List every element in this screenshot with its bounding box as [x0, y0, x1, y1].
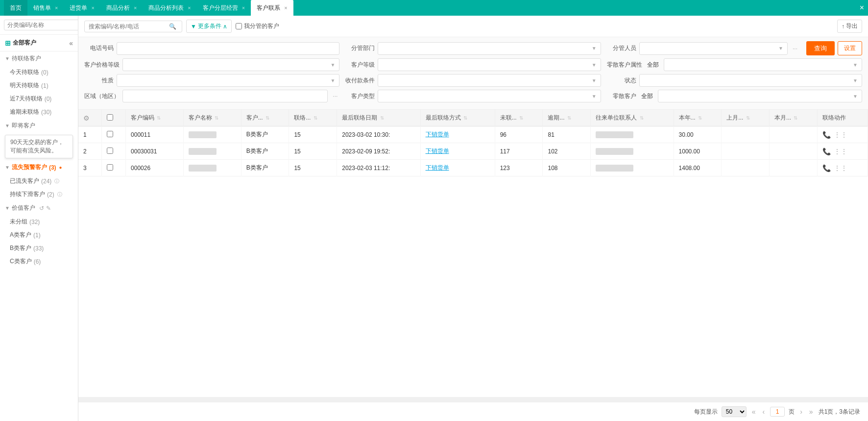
close-tab-purchase[interactable]: × — [91, 5, 94, 11]
last-method-sort-icon[interactable]: ⇅ — [463, 115, 467, 121]
table-settings-gear-icon[interactable]: ⚙ — [83, 114, 90, 122]
filter-search-icon[interactable]: 🔍 — [169, 23, 176, 30]
contact-person-sort-icon[interactable]: ⇅ — [640, 115, 644, 121]
phone-input[interactable] — [117, 42, 339, 55]
sidebar-item-tomorrow[interactable]: 明天待联络 (1) — [0, 79, 78, 92]
row-contact: 15 — [289, 160, 337, 176]
row-action-phone-icon[interactable]: 📞 — [822, 164, 831, 172]
window-close-button[interactable]: × — [860, 3, 864, 12]
person-more-button[interactable]: ··· — [791, 45, 799, 52]
tab-customer-contact[interactable]: 客户联系 × — [251, 0, 293, 16]
filter-search-input[interactable] — [89, 23, 167, 30]
person-select[interactable]: ▼ — [639, 42, 788, 55]
sidebar-item-class-a[interactable]: A类客户 (1) — [0, 228, 78, 242]
region-more-button[interactable]: ··· — [331, 93, 339, 99]
sidebar-collapse-icon[interactable]: « — [69, 39, 73, 47]
contact-sort-icon[interactable]: ⇅ — [313, 115, 317, 121]
sidebar-item-today[interactable]: 今天待联络 (0) — [0, 66, 78, 79]
customer-type-select[interactable]: ▼ — [378, 90, 601, 102]
close-tab-goods-analysis-list[interactable]: × — [188, 5, 191, 11]
value-refresh-icon[interactable]: ↺ — [39, 205, 44, 212]
row-action-more-icon[interactable]: ⋮⋮ — [834, 164, 847, 172]
tab-home[interactable]: 首页 — [4, 0, 27, 16]
settings-button[interactable]: 设置 — [838, 41, 862, 55]
sidebar-search-input[interactable] — [4, 20, 78, 30]
my-customers-checkbox-label[interactable]: 我分管的客户 — [236, 22, 279, 30]
value-edit-icon[interactable]: ✎ — [46, 205, 51, 212]
this-month-sort-icon[interactable]: ⇅ — [794, 115, 797, 121]
more-conditions-button[interactable]: ▼ 更多条件 ∧ — [186, 20, 232, 33]
tab-sales[interactable]: 销售单 × — [27, 0, 64, 16]
code-sort-icon[interactable]: ⇅ — [157, 115, 161, 121]
table-horizontal-scrollbar[interactable] — [78, 397, 868, 402]
sidebar-item-ungrouped[interactable]: 未分组 (32) — [0, 215, 78, 228]
scatter-attr-value: 全部 — [647, 61, 659, 69]
my-customers-checkbox[interactable] — [236, 23, 242, 29]
row-not-contacted: 117 — [495, 143, 543, 160]
sidebar-item-declining[interactable]: 持续下滑客户 (2) ⓘ — [0, 188, 78, 201]
not-contacted-sort-icon[interactable]: ⇅ — [519, 115, 523, 121]
last-method-link[interactable]: 下销货单 — [426, 131, 449, 138]
tab-goods-analysis[interactable]: 商品分析 × — [100, 0, 143, 16]
overdue-sort-icon[interactable]: ⇅ — [567, 115, 571, 121]
lost-info-icon[interactable]: ⓘ — [54, 178, 59, 185]
row-action-phone-icon[interactable]: 📞 — [822, 131, 831, 139]
name-sort-icon[interactable]: ⇅ — [215, 115, 218, 121]
status-select[interactable]: ▼ — [639, 74, 862, 87]
tab-customer-tier[interactable]: 客户分层经营 × — [197, 0, 251, 16]
sidebar-item-week[interactable]: 近7天待联络 (0) — [0, 92, 78, 105]
customer-level-select[interactable]: ▼ — [378, 58, 601, 71]
sidebar-group-pending-header[interactable]: ▼ 待联络客户 — [0, 51, 78, 66]
sidebar-all-customers[interactable]: ⊞ 全部客户 « — [0, 35, 78, 51]
export-button[interactable]: ↑ 导出 — [837, 20, 862, 33]
last-date-sort-icon[interactable]: ⇅ — [380, 115, 384, 121]
scatter-customer-label: 零散客户 — [607, 92, 636, 100]
sidebar-item-class-c[interactable]: C类客户 (6) — [0, 255, 78, 268]
current-page-input[interactable] — [770, 407, 785, 417]
sidebar-group-churn-header[interactable]: ▼ 流失预警客户 (3) ● — [0, 160, 78, 174]
sidebar-item-class-b[interactable]: B类客户 (33) — [0, 242, 78, 255]
last-month-sort-icon[interactable]: ⇅ — [746, 115, 750, 121]
last-method-link[interactable]: 下销货单 — [426, 148, 449, 154]
last-method-link[interactable]: 下销货单 — [426, 164, 449, 171]
per-page-select[interactable]: 50 100 200 — [722, 406, 747, 417]
row-action-more-icon[interactable]: ⋮⋮ — [834, 148, 847, 155]
region-select[interactable] — [122, 90, 328, 102]
declining-info-icon[interactable]: ⓘ — [57, 191, 62, 198]
tab-goods-analysis-list[interactable]: 商品分析列表 × — [143, 0, 196, 16]
row-type: B类客户 — [241, 143, 289, 160]
close-tab-customer-contact[interactable]: × — [284, 5, 287, 11]
close-tab-goods-analysis[interactable]: × — [134, 5, 137, 11]
this-year-sort-icon[interactable]: ⇅ — [698, 115, 702, 121]
filter-field-payment: 收付款条件 ▼ — [345, 74, 601, 87]
sidebar-item-overdue[interactable]: 逾期未联络 (30) — [0, 105, 78, 119]
dept-select[interactable]: ▼ — [378, 42, 601, 55]
row-action-phone-icon[interactable]: 📞 — [822, 148, 831, 155]
last-page-button[interactable]: » — [808, 408, 815, 416]
scatter-customer-select[interactable]: ▼ — [658, 90, 862, 102]
prev-page-button[interactable]: ‹ — [761, 408, 767, 416]
query-button[interactable]: 查询 — [806, 41, 835, 55]
select-all-checkbox[interactable] — [107, 114, 113, 121]
first-page-button[interactable]: « — [750, 408, 757, 416]
tab-purchase[interactable]: 进货单 × — [64, 0, 100, 16]
row-checkbox[interactable] — [107, 131, 113, 137]
next-page-button[interactable]: › — [798, 408, 804, 416]
price-level-select[interactable]: ▼ — [122, 58, 339, 71]
close-tab-sales[interactable]: × — [55, 5, 58, 11]
nature-select[interactable]: ▼ — [117, 74, 339, 87]
arrow-icon-approaching: ▼ — [5, 123, 10, 128]
sidebar-item-lost[interactable]: 已流失客户 (24) ⓘ — [0, 174, 78, 188]
row-checkbox[interactable] — [107, 164, 113, 171]
scatter-attr-select[interactable]: ▼ — [664, 58, 862, 71]
sidebar-group-value-header[interactable]: ▼ 价值客户 ↺ ✎ — [0, 201, 78, 215]
last-month-col-header: 上月... ⇅ — [722, 110, 770, 126]
customer-level-arrow-icon: ▼ — [592, 62, 597, 68]
row-checkbox-cell — [102, 160, 126, 176]
row-action-more-icon[interactable]: ⋮⋮ — [834, 131, 847, 139]
row-checkbox[interactable] — [107, 148, 113, 154]
sidebar-group-approaching-header[interactable]: ▼ 即将客户 — [0, 119, 78, 133]
type-sort-icon[interactable]: ⇅ — [265, 115, 269, 121]
close-tab-customer-tier[interactable]: × — [242, 5, 245, 11]
payment-select[interactable]: ▼ — [378, 74, 601, 87]
